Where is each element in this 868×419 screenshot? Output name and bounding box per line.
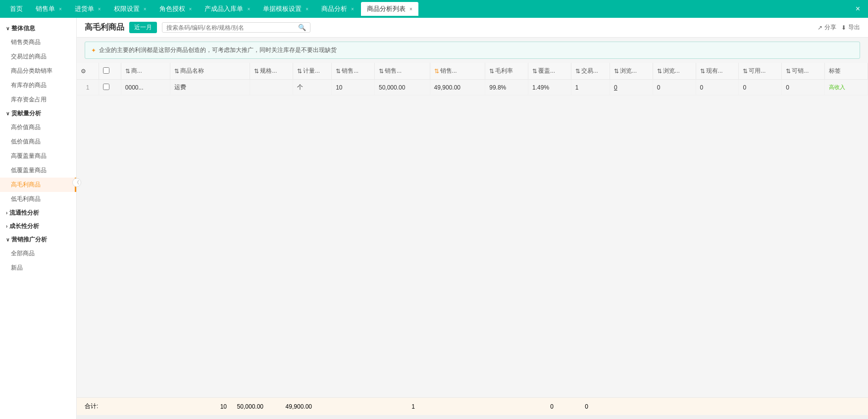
share-button[interactable]: ↗ 分享 xyxy=(817,23,836,32)
col-available[interactable]: ⇅可用... xyxy=(739,63,782,80)
sidebar-item-traded-goods[interactable]: 交易过的商品 xyxy=(0,49,76,64)
sidebar-item-low-coverage[interactable]: 低覆盖量商品 xyxy=(0,163,76,178)
sidebar-group-liquidity[interactable]: › 流通性分析 xyxy=(0,206,76,220)
row-sales-qty: 10 xyxy=(332,80,375,95)
sidebar-item-category-rate[interactable]: 商品分类助销率 xyxy=(0,64,76,78)
tab-roles[interactable]: 角色授权 × xyxy=(153,2,198,16)
col-saleable[interactable]: ⇅可销... xyxy=(782,63,825,80)
select-all-checkbox[interactable] xyxy=(103,67,109,74)
sidebar-item-high-margin[interactable]: 高毛利商品 xyxy=(0,178,76,192)
col-settings[interactable]: ⚙ xyxy=(77,63,99,80)
row-spec xyxy=(250,80,293,95)
sidebar-item-high-coverage[interactable]: 高覆盖量商品 xyxy=(0,149,76,163)
tab-analysis[interactable]: 商品分析 × xyxy=(315,2,360,16)
horizontal-scrollbar[interactable] xyxy=(77,415,868,419)
total-label: 合计: xyxy=(81,402,162,411)
sort-icon: ⇅ xyxy=(297,68,302,75)
tab-sales[interactable]: 销售单 × xyxy=(30,2,68,16)
col-code[interactable]: ⇅商... xyxy=(121,63,170,80)
col-coverage[interactable]: ⇅覆盖... xyxy=(528,63,571,80)
sidebar-item-all-goods[interactable]: 全部商品 xyxy=(0,246,76,261)
sort-icon: ⇅ xyxy=(125,68,130,75)
sidebar-item-stocked-goods[interactable]: 有库存的商品 xyxy=(0,78,76,93)
sort-icon: ⇅ xyxy=(254,68,259,75)
browse1-link[interactable]: 0 xyxy=(614,84,617,91)
data-table: ⚙ ⇅商... ⇅商品名称 ⇅ xyxy=(77,63,868,95)
col-current[interactable]: ⇅现有... xyxy=(696,63,739,80)
sidebar-item-low-value[interactable]: 低价值商品 xyxy=(0,135,76,149)
sidebar-item-high-value[interactable]: 高价值商品 xyxy=(0,120,76,135)
sort-icon: ⇅ xyxy=(575,68,580,75)
settings-icon[interactable]: ⚙ xyxy=(81,68,86,75)
sidebar: ∨ 整体信息 销售类商品 交易过的商品 商品分类助销率 有库存的商品 库存资金占… xyxy=(0,18,77,419)
total-available: 0 xyxy=(519,403,554,410)
sidebar-group-overall[interactable]: ∨ 整体信息 xyxy=(0,22,76,35)
row-browse2: 0 xyxy=(653,80,696,95)
row-select-checkbox[interactable] xyxy=(103,84,109,90)
close-icon[interactable]: × xyxy=(59,6,62,12)
tab-products-in[interactable]: 产成品入库单 × xyxy=(199,2,256,16)
row-code: 0000... xyxy=(121,80,170,95)
total-sales-qty: 10 xyxy=(197,403,227,410)
close-icon[interactable]: × xyxy=(351,6,354,12)
col-sales-amt[interactable]: ⇅销售... xyxy=(375,63,430,80)
col-spec[interactable]: ⇅规格... xyxy=(250,63,293,80)
col-sales-qty[interactable]: ⇅销售... xyxy=(332,63,375,80)
page-title: 高毛利商品 xyxy=(85,22,124,33)
close-icon[interactable]: × xyxy=(189,6,192,12)
col-name[interactable]: ⇅商品名称 xyxy=(170,63,250,80)
col-tag[interactable]: 标签 xyxy=(825,63,868,80)
collapse-arrow-icon: ∨ xyxy=(6,111,9,116)
row-unit: 个 xyxy=(293,80,332,95)
top-navigation: 首页 销售单 × 进货单 × 权限设置 × 角色授权 × 产成品入库单 × 单据… xyxy=(0,0,868,18)
notice-text: 企业的主要的利润都是这部分商品创造的，可考虑加大推广，同时关注库存是不要出现缺货 xyxy=(99,46,337,54)
sidebar-item-new-goods[interactable]: 新品 xyxy=(0,261,76,275)
sidebar-group-marketing[interactable]: ∨ 营销推广分析 xyxy=(0,233,76,246)
tab-home[interactable]: 首页 xyxy=(4,2,29,16)
col-transaction[interactable]: ⇅交易... xyxy=(571,63,610,80)
tab-template[interactable]: 单据模板设置 × xyxy=(257,2,314,16)
close-icon[interactable]: × xyxy=(98,6,101,12)
row-sales-amt: 50,000.00 xyxy=(375,80,430,95)
sort-icon: ⇅ xyxy=(614,68,619,75)
sidebar-group-growth[interactable]: › 成长性分析 xyxy=(0,220,76,233)
sidebar-item-sales-goods[interactable]: 销售类商品 xyxy=(0,35,76,49)
sidebar-group-contribution[interactable]: ∨ 贡献量分析 xyxy=(0,107,76,120)
search-input[interactable] xyxy=(166,24,298,31)
share-icon: ↗ xyxy=(817,24,822,31)
col-browse1[interactable]: ⇅浏览... xyxy=(610,63,653,80)
col-gross-rate[interactable]: ⇅毛利率 xyxy=(485,63,528,80)
close-icon[interactable]: × xyxy=(409,6,412,12)
col-browse2[interactable]: ⇅浏览... xyxy=(653,63,696,80)
row-number: 1 xyxy=(77,80,99,95)
content-header: 高毛利商品 近一月 🔍 ↗ 分享 ⬇ 导出 xyxy=(77,18,868,38)
row-browse1[interactable]: 0 xyxy=(610,80,653,95)
notice-bar: ✦ 企业的主要的利润都是这部分商品创造的，可考虑加大推广，同时关注库存是不要出现… xyxy=(85,42,860,59)
col-checkbox[interactable] xyxy=(99,63,121,80)
col-sales-profit[interactable]: ⇅销售... xyxy=(430,63,485,80)
row-current: 0 xyxy=(696,80,739,95)
table-container[interactable]: ⚙ ⇅商... ⇅商品名称 ⇅ xyxy=(77,63,868,397)
row-gross-rate: 99.8% xyxy=(485,80,528,95)
row-sales-profit: 49,900.00 xyxy=(430,80,485,95)
sort-icon: ⇅ xyxy=(174,68,179,75)
table-header-row: ⚙ ⇅商... ⇅商品名称 ⇅ xyxy=(77,63,868,80)
tab-permissions[interactable]: 权限设置 × xyxy=(108,2,153,16)
close-icon[interactable]: × xyxy=(144,6,147,12)
tab-purchase[interactable]: 进货单 × xyxy=(69,2,107,16)
filter-recent-month-button[interactable]: 近一月 xyxy=(129,22,157,33)
row-checkbox[interactable] xyxy=(99,80,121,95)
sidebar-item-stock-capital[interactable]: 库存资金占用 xyxy=(0,93,76,107)
sidebar-item-low-margin[interactable]: 低毛利商品 xyxy=(0,192,76,206)
close-all-tabs-button[interactable]: × xyxy=(852,4,864,13)
search-box: 🔍 xyxy=(162,22,310,33)
row-available: 0 xyxy=(739,80,782,95)
total-sales-amt: 50,000.00 xyxy=(227,403,271,410)
col-unit[interactable]: ⇅计量... xyxy=(293,63,332,80)
content-area: 高毛利商品 近一月 🔍 ↗ 分享 ⬇ 导出 xyxy=(77,18,868,419)
export-button[interactable]: ⬇ 导出 xyxy=(841,23,860,32)
search-icon[interactable]: 🔍 xyxy=(298,24,306,31)
close-icon[interactable]: × xyxy=(247,6,250,12)
close-icon[interactable]: × xyxy=(306,6,308,12)
tab-analysis-list[interactable]: 商品分析列表 × xyxy=(361,2,418,16)
